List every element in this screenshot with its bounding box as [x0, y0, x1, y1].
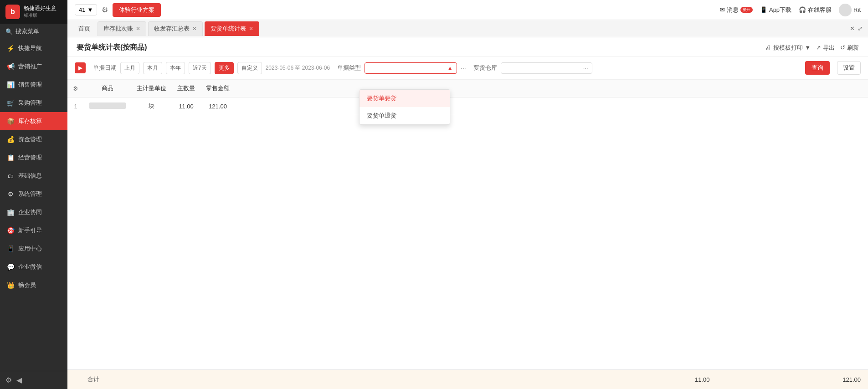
- type-dropdown: 要货单要货 要货单退货: [359, 89, 450, 125]
- date-more-btn[interactable]: 更多: [215, 62, 234, 74]
- tab-requisition[interactable]: 要货单统计表 ✕: [205, 21, 259, 36]
- sidebar-item-enterprise[interactable]: 🏢 企业协同: [0, 203, 67, 221]
- row-num: 1: [67, 97, 84, 115]
- tabs-actions: ✕ ⤢: [850, 25, 863, 32]
- table-gear-icon[interactable]: ⚙: [73, 85, 78, 92]
- warehouse-input[interactable]: [505, 65, 581, 72]
- filter-more-icon[interactable]: ···: [461, 64, 466, 72]
- table-footer: 合计 11.00 121.00: [67, 369, 868, 389]
- date-this-month-btn[interactable]: 本月: [143, 62, 162, 74]
- page-title: 要货单统计表(按商品): [77, 43, 147, 52]
- tabs-expand-icon[interactable]: ⤢: [858, 25, 863, 32]
- topbar: 41 ▼ ⚙ 体验行业方案 ✉ 消息 99+ 📱 App下载 🎧 在线客服 R: [67, 0, 868, 20]
- export-btn[interactable]: ↗ 导出: [816, 44, 835, 52]
- trial-button[interactable]: 体验行业方案: [113, 3, 161, 17]
- table-col-qty: 主数量: [172, 80, 200, 97]
- query-button[interactable]: 查询: [805, 61, 830, 75]
- type-select-wrapper[interactable]: ▲: [365, 62, 457, 74]
- company-selector[interactable]: 41 ▼: [75, 4, 97, 15]
- requisition-order-label: 要货单要货: [367, 95, 396, 102]
- sidebar-item-member[interactable]: 👑 畅会员: [0, 276, 67, 294]
- row-unit: 块: [131, 97, 172, 115]
- type-select-input[interactable]: [369, 65, 445, 72]
- topbar-left: 41 ▼ ⚙ 体验行业方案: [75, 3, 161, 17]
- sidebar-item-guide[interactable]: 🎯 新手引导: [0, 221, 67, 240]
- sidebar-header: b 畅捷通好生意 标准版: [0, 0, 67, 24]
- print-icon: 🖨: [765, 44, 771, 51]
- tab-batch-close-icon[interactable]: ✕: [136, 26, 140, 32]
- member-icon: 👑: [6, 281, 15, 289]
- sidebar-item-finance[interactable]: 💰 资金管理: [0, 130, 67, 148]
- warehouse-select[interactable]: ···: [501, 62, 592, 74]
- print-btn[interactable]: 🖨 按模板打印 ▼: [765, 44, 811, 52]
- table-body: 1 块 11.00 121.00: [67, 97, 868, 115]
- footer-amount-value: 121.00: [842, 376, 861, 383]
- sidebar: b 畅捷通好生意 标准版 🔍 搜索菜单 ⚡ 快捷导航 📢 营销推广 📊 销售管理…: [0, 0, 67, 389]
- user-profile[interactable]: Rit: [839, 4, 861, 16]
- topbar-settings-icon[interactable]: ⚙: [102, 5, 108, 14]
- guide-icon: 🎯: [6, 226, 15, 235]
- export-label: 导出: [823, 44, 835, 52]
- dropdown-item-requisition-order[interactable]: 要货单要货: [360, 90, 450, 107]
- footer-total-text: 合计: [87, 375, 99, 384]
- date-prev-month-btn[interactable]: 上月: [120, 62, 139, 74]
- sidebar-footer: ⚙ ◀: [0, 371, 67, 389]
- warehouse-filter-group: 要货仓库 ···: [473, 62, 592, 74]
- brand-sub: 标准版: [24, 12, 56, 19]
- phone-icon: 📱: [760, 6, 767, 13]
- tab-batch[interactable]: 库存批次账 ✕: [98, 21, 146, 36]
- table-col-settings[interactable]: ⚙: [67, 80, 84, 97]
- sidebar-item-weixin[interactable]: 💬 企业微信: [0, 258, 67, 276]
- tabs-bar: 首页 库存批次账 ✕ 收发存汇总表 ✕ 要货单统计表 ✕ ✕ ⤢: [67, 20, 868, 37]
- tabs-close-all-icon[interactable]: ✕: [850, 25, 855, 32]
- footer-settings-icon[interactable]: ⚙: [5, 376, 12, 384]
- brand-info: 畅捷通好生意 标准版: [24, 5, 56, 19]
- dropdown-item-requisition-return[interactable]: 要货单退货: [360, 107, 450, 124]
- finance-icon: 💰: [6, 135, 15, 143]
- weixin-label: 企业微信: [18, 263, 42, 271]
- tab-summary[interactable]: 收发存汇总表 ✕: [148, 21, 203, 36]
- date-7days-btn[interactable]: 近7天: [189, 62, 211, 74]
- tab-summary-close-icon[interactable]: ✕: [192, 26, 197, 32]
- filter-expand-button[interactable]: ▶: [75, 62, 86, 73]
- footer-collapse-icon[interactable]: ◀: [16, 376, 22, 384]
- sidebar-search[interactable]: 🔍 搜索菜单: [0, 24, 67, 39]
- app-download-item[interactable]: 📱 App下载: [760, 6, 791, 14]
- sidebar-item-system[interactable]: ⚙ 系统管理: [0, 185, 67, 203]
- system-icon: ⚙: [6, 190, 15, 198]
- sidebar-item-marketing[interactable]: 📢 营销推广: [0, 57, 67, 76]
- sidebar-item-sales[interactable]: 📊 销售管理: [0, 76, 67, 94]
- member-label: 畅会员: [18, 281, 36, 289]
- sales-icon: 📊: [6, 81, 15, 89]
- table-col-unit: 主计量单位: [131, 80, 172, 97]
- sidebar-item-quick-nav[interactable]: ⚡ 快捷导航: [0, 39, 67, 57]
- date-custom-btn[interactable]: 自定义: [237, 62, 262, 74]
- table-row: 1 块 11.00 121.00: [67, 97, 868, 115]
- refresh-btn[interactable]: ↺ 刷新: [840, 44, 859, 52]
- sidebar-nav: ⚡ 快捷导航 📢 营销推广 📊 销售管理 🛒 采购管理 📦 库存核算 💰 资金管…: [0, 39, 67, 371]
- footer-qty-value: 11.00: [695, 376, 710, 383]
- marketing-icon: 📢: [6, 62, 15, 71]
- page-actions: 🖨 按模板打印 ▼ ↗ 导出 ↺ 刷新: [765, 44, 859, 52]
- date-this-year-btn[interactable]: 本年: [166, 62, 185, 74]
- type-filter-label: 单据类型: [337, 64, 361, 72]
- online-service-item[interactable]: 🎧 在线客服: [799, 6, 832, 14]
- purchase-icon: 🛒: [6, 99, 15, 107]
- messages-item[interactable]: ✉ 消息 99+: [720, 6, 753, 14]
- quick-nav-icon: ⚡: [6, 44, 15, 52]
- table-col-amount: 零售金额: [200, 80, 235, 97]
- inventory-icon: 📦: [6, 117, 15, 125]
- sidebar-item-app-center[interactable]: 📱 应用中心: [0, 240, 67, 258]
- message-label: 消息: [727, 6, 739, 14]
- tab-requisition-close-icon[interactable]: ✕: [249, 26, 253, 32]
- weixin-icon: 💬: [6, 263, 15, 271]
- sidebar-item-inventory[interactable]: 📦 库存核算: [0, 112, 67, 130]
- settings-button[interactable]: 设置: [837, 61, 861, 75]
- tab-home[interactable]: 首页: [73, 21, 96, 36]
- inventory-label: 库存核算: [18, 117, 42, 125]
- sidebar-item-operations[interactable]: 📋 经营管理: [0, 148, 67, 167]
- sidebar-item-purchase[interactable]: 🛒 采购管理: [0, 94, 67, 112]
- sidebar-item-basic[interactable]: 🗂 基础信息: [0, 167, 67, 185]
- system-label: 系统管理: [18, 190, 42, 198]
- filter-bar: ▶ 单据日期 上月 本月 本年 近7天 更多 自定义 2023-05-06 至 …: [67, 56, 868, 80]
